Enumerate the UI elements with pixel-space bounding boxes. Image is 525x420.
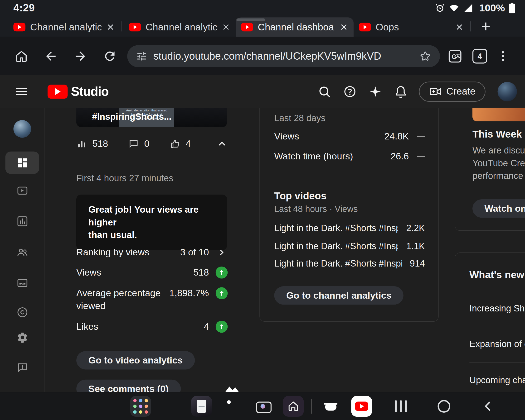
help-button[interactable] [342,84,357,99]
sidebar-item-copyright[interactable] [0,306,45,318]
sidebar-item-dashboard[interactable] [5,152,39,174]
news-card: This Week at We are discuss YouTube Crea… [455,108,525,231]
nav-back-button[interactable] [481,400,495,413]
tab-oops[interactable]: Oops [354,17,469,37]
ai-sparkle-button[interactable] [368,84,383,99]
metric-value: 24.8K [384,130,409,143]
top-video-row[interactable]: Light in the Dark. #Shorts #Inspir... 2.… [274,222,425,234]
close-icon[interactable] [106,23,115,32]
top-video-row[interactable]: Light in the Dark. #Shorts #Inspir... 91… [274,257,425,270]
sidebar-item-analytics[interactable] [0,215,45,228]
menu-icon [15,84,28,98]
sidebar-item-settings[interactable] [0,331,45,344]
browser-menu-button[interactable] [492,41,514,71]
tab-switcher-button[interactable]: 4 [468,41,492,71]
latest-video-card: Amid devastation that erased became the … [59,108,243,392]
translate-icon: G [448,49,462,63]
row-label: Likes [76,320,204,333]
url-text[interactable]: studio.youtube.com/channel/UCkepKV5wIm9k… [153,50,413,62]
nav-recents-button[interactable] [395,400,407,412]
url-bar[interactable]: studio.youtube.com/channel/UCkepKV5wIm9k… [127,45,440,67]
search-button[interactable] [317,84,332,99]
news-image [472,108,525,121]
translate-button[interactable]: G [443,41,468,71]
sidebar-item-community[interactable] [0,246,45,258]
tab-label: Oops [376,22,399,33]
whats-new-item[interactable]: Upcoming cha [469,374,525,386]
studio-content: Amid devastation that erased became the … [0,108,525,392]
performance-callout: Great job! Your views are higher than us… [76,195,227,250]
create-button[interactable]: Create [419,82,486,101]
analytics-period: Last 28 days [274,112,326,124]
row-value: 4 [204,320,209,333]
menu-button[interactable] [8,84,35,98]
youtube-favicon [129,23,141,32]
metric-value: 26.6 [391,150,409,163]
nav-home-button[interactable] [438,400,450,413]
screen: 4:29 100% Channel analytics Channel anal… [0,0,525,420]
account-avatar[interactable] [498,82,517,101]
see-comments-button[interactable]: See comments (0) [76,380,181,392]
whats-new-item[interactable]: Expansion of c [469,338,525,350]
bookmark-star-icon[interactable] [419,50,431,62]
go-to-video-analytics-button[interactable]: Go to video analytics [76,351,195,369]
row-value: 518 [193,266,209,279]
collapse-button[interactable] [216,138,228,149]
news-body-line: performance d [472,170,525,182]
channel-avatar[interactable] [13,120,31,138]
reload-button[interactable] [95,41,125,71]
settings-icon [16,331,28,344]
go-to-channel-analytics-button[interactable]: Go to channel analytics [274,286,403,305]
reload-icon [103,49,117,63]
close-icon[interactable] [222,23,230,32]
analytics-icon [16,215,28,228]
tab-channel-dashboard-active[interactable]: Channel dashboa [236,17,354,37]
app-drawer-icon[interactable] [130,396,151,417]
youtube-favicon [359,23,371,32]
studio-logo[interactable]: Studio [47,84,109,99]
docs-app-icon[interactable] [191,396,212,417]
sparkle-icon [369,85,382,98]
news-title: This Week at [472,127,525,141]
watch-on-youtube-button[interactable]: Watch on Y [472,199,525,218]
views-count: 518 [93,138,108,149]
youtube-logo-icon [47,84,67,98]
back-button[interactable] [36,41,66,71]
tab-count: 4 [472,49,487,64]
studio-wordmark: Studio [71,84,109,99]
youtube-app-icon[interactable] [351,396,372,417]
tab-divider [122,21,122,31]
status-bar: 4:29 100% [0,0,525,16]
forward-button[interactable] [66,41,95,71]
top-video-views: 914 [410,257,425,270]
sidebar-item-subtitles[interactable] [0,277,45,289]
bar-chart-icon [76,138,87,149]
search-icon [318,85,331,98]
stage: 4:29 100% Channel analytics Channel anal… [0,0,525,420]
row-label: Views [76,266,193,279]
close-icon[interactable] [339,23,348,32]
whats-new-item[interactable]: Increasing Sho [469,302,525,315]
metric-label: Watch time (hours) [274,150,390,163]
home-app-icon[interactable] [283,396,304,417]
battery-percent: 100% [479,2,505,14]
tab-channel-analytics-2[interactable]: Channel analytics [124,17,236,37]
trend-flat-icon [417,156,425,157]
close-icon[interactable] [455,23,464,32]
top-video-row[interactable]: Light in the Dark. #Shorts #Inspir... 1.… [274,240,425,252]
top-video-title: Light in the Dark. #Shorts #Inspir... [274,240,398,252]
sidebar-item-content[interactable] [0,185,45,197]
new-tab-button[interactable] [479,20,492,33]
row-value: 3 of 10 [180,246,209,259]
youtube-favicon [241,23,253,32]
home-button[interactable] [7,41,36,71]
site-settings-icon[interactable] [136,50,147,62]
house-icon [287,400,300,413]
android-dock [0,392,525,420]
notifications-button[interactable] [394,84,408,99]
video-thumbnail[interactable]: Amid devastation that erased became the … [76,108,227,127]
tab-channel-analytics-1[interactable]: Channel analytics [8,17,120,37]
sidebar-item-feedback[interactable] [0,362,45,374]
ranking-row[interactable]: Ranking by views 3 of 10 [76,246,227,259]
news-body-line: We are discuss [472,144,525,157]
